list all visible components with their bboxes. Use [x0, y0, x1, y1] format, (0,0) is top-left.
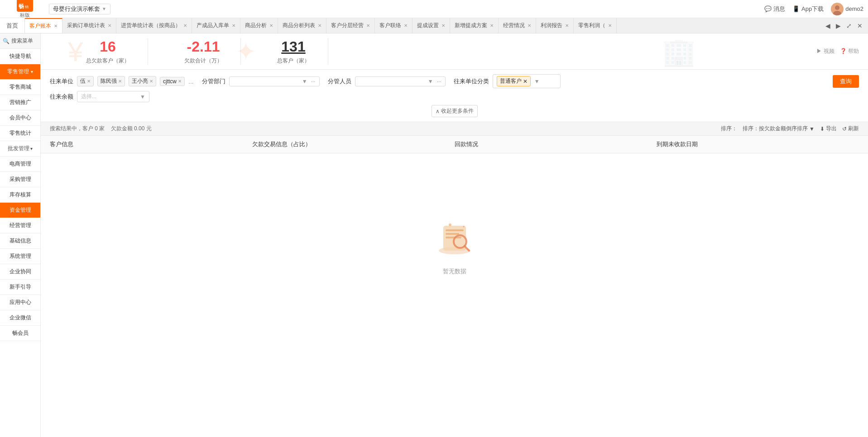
sidebar-item-purchase[interactable]: 采购管理 [0, 172, 40, 187]
tab-new-improve[interactable]: 新增提成方案 ✕ [450, 18, 499, 33]
tab-next-icon[interactable]: ▶ [834, 21, 843, 30]
filter-tag-wang[interactable]: 王小亮 ✕ [129, 76, 156, 86]
sidebar-item-ecommerce[interactable]: 电商管理 [0, 157, 40, 172]
sidebar-item-business[interactable]: 经营管理 [0, 218, 40, 233]
more-dots-button[interactable]: ... [188, 78, 194, 85]
close-icon[interactable]: ✕ [149, 79, 153, 84]
tab-label: 零售利润（ [578, 22, 605, 29]
close-icon[interactable]: ✕ [118, 79, 122, 84]
help-button[interactable]: ❓ 帮助 [840, 48, 859, 55]
stat-debt-total: -2.11 欠款合计（万） [148, 38, 241, 65]
result-bar-actions: 排序： 排序：按欠款金额倒序排序 ▼ ⬇ 导出 ↺ 刷新 [721, 125, 859, 133]
tab-close-all-icon[interactable]: ✕ [855, 21, 864, 30]
close-icon[interactable]: ✕ [269, 23, 273, 28]
tab-improve-settings[interactable]: 提成设置 ✕ [412, 18, 450, 33]
sidebar-item-capital[interactable]: 资金管理 [0, 203, 40, 218]
filter-tag-cjttcw[interactable]: cjttcw ✕ [160, 77, 185, 86]
tab-expand-icon[interactable]: ⤢ [844, 21, 854, 30]
close-icon[interactable]: ✕ [404, 23, 408, 28]
tab-product-analysis[interactable]: 商品分析 ✕ [240, 18, 278, 33]
account-selector[interactable]: 母婴行业演示帐套 ▼ [49, 4, 110, 14]
close-icon[interactable]: ✕ [523, 78, 528, 85]
close-icon[interactable]: ✕ [490, 23, 494, 28]
refresh-button[interactable]: ↺ 刷新 [842, 125, 859, 133]
collapse-button[interactable]: ∧ 收起更多条件 [432, 105, 478, 117]
close-icon[interactable]: ✕ [87, 79, 91, 84]
sidebar-item-new-guide[interactable]: 新手引导 [0, 280, 40, 295]
tab-label: 经营情况 [503, 22, 525, 29]
filter-tag-chen[interactable]: 陈民强 ✕ [97, 76, 125, 86]
sidebar-item-label: 采购管理 [10, 176, 31, 182]
sort-select[interactable]: 排序：按欠款金额倒序排序 ▼ [743, 125, 815, 133]
balance-filter-label: 往来余额 [50, 93, 73, 101]
close-icon[interactable]: ✕ [608, 23, 612, 28]
filter-tag-wu[interactable]: 伍 ✕ [77, 76, 94, 86]
play-icon: ▶ [816, 48, 822, 54]
close-icon[interactable]: ✕ [54, 24, 58, 28]
tab-label: 客户分层经营 [331, 22, 364, 29]
message-button[interactable]: 💬 消息 [764, 5, 785, 13]
sidebar-item-retail-stats[interactable]: 零售统计 [0, 126, 40, 141]
close-icon[interactable]: ✕ [528, 23, 531, 28]
tab-stock-stats[interactable]: 进货单统计表（按商品） ✕ [116, 18, 192, 33]
sidebar-item-app-center[interactable]: 应用中心 [0, 295, 40, 310]
sidebar-search[interactable]: 🔍 搜索菜单 [0, 33, 40, 49]
sidebar-item-vip[interactable]: 畅会员 [0, 326, 40, 341]
close-icon[interactable]: ✕ [183, 23, 187, 28]
sidebar-item-label: 基础信息 [10, 238, 31, 244]
tab-product-analysis-list[interactable]: 商品分析列表 ✕ [278, 18, 326, 33]
close-icon[interactable]: ✕ [565, 23, 569, 28]
tab-retail-profit[interactable]: 零售利润（ ✕ [574, 18, 617, 33]
close-icon[interactable]: ✕ [366, 23, 370, 28]
sidebar-item-marketing[interactable]: 营销推广 [0, 95, 40, 110]
unit-class-label: 往来单位分类 [454, 77, 489, 86]
sidebar-item-enterprise-coop[interactable]: 企业协同 [0, 264, 40, 280]
unit-class-select[interactable]: 普通客户 ✕ ▼ [493, 74, 561, 88]
stat-debt-total-number: -2.11 [187, 38, 220, 55]
sidebar-item-retail-management[interactable]: 零售管理 ▾ [0, 64, 40, 80]
close-icon[interactable]: ✕ [108, 23, 111, 28]
export-icon: ⬇ [820, 126, 825, 132]
video-button[interactable]: ▶ 视频 [816, 48, 834, 55]
sort-select-label: 排序：按欠款金额倒序排序 [743, 125, 808, 133]
user-area[interactable]: demo2 [831, 3, 863, 15]
tab-operations[interactable]: 经营情况 ✕ [499, 18, 536, 33]
close-icon[interactable]: ✕ [318, 23, 321, 28]
close-icon[interactable]: ✕ [178, 79, 182, 84]
sidebar-item-enterprise-wechat[interactable]: 企业微信 [0, 310, 40, 326]
tab-production-stock[interactable]: 产成品入库单 ✕ [192, 18, 240, 33]
chevron-down-icon: ▼ [140, 94, 145, 100]
sidebar-item-label: 系统管理 [10, 253, 31, 259]
content-area: ¥ ✦ 🏢 16 总欠款客户（家） -2.11 欠款合计（万） 131 总客户（… [41, 33, 868, 437]
close-icon[interactable]: ✕ [441, 23, 445, 28]
unit-class-tag[interactable]: 普通客户 ✕ [497, 76, 531, 86]
balance-select[interactable]: 选择... ▼ [77, 91, 149, 102]
tab-label: 进货单统计表（按商品） [121, 22, 181, 29]
department-select[interactable]: ▼ ··· [229, 76, 320, 86]
sidebar-item-retail-mall[interactable]: 零售商城 [0, 80, 40, 95]
tab-customer-segment[interactable]: 客户分层经营 ✕ [326, 18, 375, 33]
app-download-button[interactable]: 📱 App下载 [792, 5, 824, 13]
sidebar-item-quick-nav[interactable]: 快捷导航 [0, 49, 40, 64]
sidebar-item-member[interactable]: 会员中心 [0, 110, 40, 126]
tab-purchase-order[interactable]: 采购订单统计表 ✕ [62, 18, 116, 33]
tab-prev-icon[interactable]: ◀ [824, 21, 832, 30]
tab-home[interactable]: 首页 [0, 18, 25, 33]
sidebar-item-inventory[interactable]: 库存核算 [0, 187, 40, 203]
sidebar-item-basic-info[interactable]: 基础信息 [0, 233, 40, 249]
query-button[interactable]: 查询 [833, 75, 859, 88]
svg-rect-9 [446, 233, 459, 235]
export-button[interactable]: ⬇ 导出 [820, 125, 837, 133]
sidebar-item-label: 企业微信 [10, 314, 31, 321]
tab-customer-contact[interactable]: 客户联络 ✕ [375, 18, 412, 33]
table-area: 客户信息 欠款交易信息（占比） 回款情况 到期未收款日期 [41, 136, 868, 437]
sidebar-item-wholesale[interactable]: 批发管理 ▾ [0, 141, 40, 157]
logo-icon: 畅 销 [17, 0, 33, 12]
logo-text: 标版 [20, 12, 30, 19]
dots-icon: ··· [311, 78, 316, 85]
personnel-select[interactable]: ▼ ··· [355, 76, 446, 86]
sidebar-item-system[interactable]: 系统管理 [0, 249, 40, 264]
close-icon[interactable]: ✕ [232, 23, 235, 28]
tab-accounts-receivable[interactable]: 客户账本 ✕ [25, 18, 62, 33]
tab-profit-report[interactable]: 利润报告 ✕ [536, 18, 574, 33]
